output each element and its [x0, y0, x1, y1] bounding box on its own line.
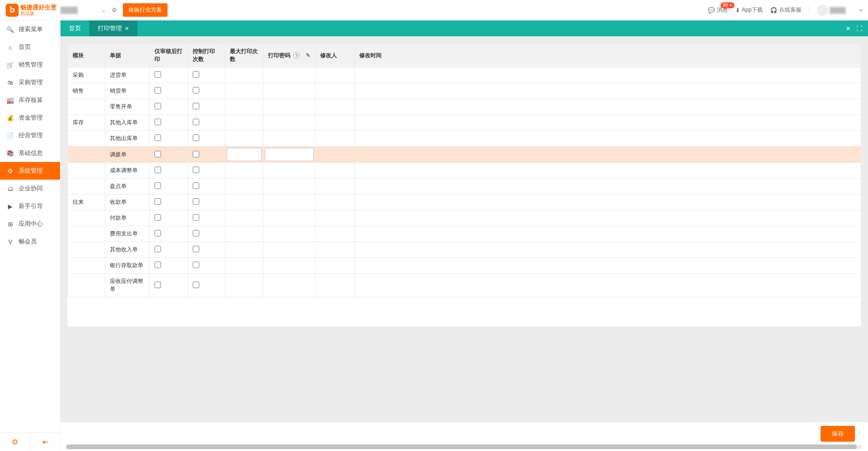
app-download-link[interactable]: ⬇ App下载 [735, 6, 763, 14]
tab-1[interactable]: 打印管理✕ [89, 20, 137, 36]
user-menu[interactable]: ████ ▾ [817, 5, 862, 16]
ctrl-print-checkbox[interactable] [193, 182, 199, 189]
chevron-down-icon[interactable]: ⌄ [101, 7, 106, 13]
cell-max-print [225, 274, 263, 297]
col-doc: 单据 [105, 44, 150, 67]
cell-print-pwd [263, 226, 316, 242]
ctrl-print-checkbox[interactable] [193, 214, 199, 221]
col-max-print: 最大打印次数 [225, 44, 263, 67]
audit-only-checkbox[interactable] [155, 230, 161, 236]
col-modified-time: 修改时间 [355, 44, 861, 67]
ctrl-print-checkbox[interactable] [193, 103, 199, 109]
sidebar-icon: 📄 [7, 132, 14, 139]
ctrl-print-checkbox[interactable] [193, 262, 199, 268]
scrollbar-thumb[interactable] [66, 444, 857, 449]
sidebar-item-11[interactable]: ⊞应用中心 [0, 215, 60, 233]
table-row: 银行存取款单 [68, 258, 861, 274]
sidebar-item-10[interactable]: ▶新手引导 [0, 197, 60, 215]
sidebar-item-12[interactable]: V畅会员 [0, 233, 60, 250]
pencil-icon[interactable]: ✎ [306, 52, 310, 59]
max-print-input[interactable] [227, 148, 262, 161]
audit-only-checkbox[interactable] [155, 87, 161, 94]
audit-only-checkbox[interactable] [155, 135, 161, 141]
sidebar-item-0[interactable]: 🔍搜索菜单 [0, 20, 60, 38]
cell-modified-time [355, 163, 861, 179]
ctrl-print-checkbox[interactable] [193, 71, 199, 78]
sidebar-item-3[interactable]: 🛍采购管理 [0, 74, 60, 91]
sidebar-item-label: 资金管理 [19, 114, 43, 122]
cell-print-pwd [263, 258, 316, 274]
cell-print-pwd [263, 83, 316, 99]
sidebar-settings-button[interactable]: ⚙ [0, 433, 30, 451]
online-support-link[interactable]: 🎧 在线客服 [770, 6, 801, 14]
sidebar-item-6[interactable]: 📄经营管理 [0, 127, 60, 144]
sidebar-item-5[interactable]: 💰资金管理 [0, 109, 60, 127]
sidebar-item-4[interactable]: 🏭库存核算 [0, 91, 60, 109]
cell-modifier [316, 163, 355, 179]
ctrl-print-checkbox[interactable] [193, 282, 199, 288]
audit-only-checkbox[interactable] [155, 71, 161, 78]
sidebar-icon: 🏭 [7, 97, 14, 104]
ctrl-print-checkbox[interactable] [193, 230, 199, 236]
messages-badge: 99 + [720, 2, 734, 8]
tab-0[interactable]: 首页 [61, 20, 89, 36]
messages-link[interactable]: 💬 消息 99 + [708, 6, 728, 14]
sidebar-collapse-button[interactable]: ⇤ [30, 433, 60, 451]
ctrl-print-checkbox[interactable] [193, 198, 199, 205]
fullscreen-icon[interactable]: ⛶ [856, 25, 862, 32]
ctrl-print-checkbox[interactable] [193, 135, 199, 141]
audit-only-checkbox[interactable] [155, 182, 161, 189]
cell-modifier [316, 131, 355, 147]
ctrl-print-checkbox[interactable] [193, 119, 199, 125]
ctrl-print-checkbox[interactable] [193, 87, 199, 94]
sidebar-item-label: 销售管理 [19, 61, 43, 69]
cell-modifier [316, 67, 355, 83]
table-row: 应收应付调整单 [68, 274, 861, 297]
sidebar-icon: ⌂ [7, 44, 14, 51]
audit-only-checkbox[interactable] [155, 198, 161, 205]
sidebar-icon: 📚 [7, 150, 14, 157]
print-pwd-input[interactable] [265, 148, 314, 161]
cell-modified-time [355, 99, 861, 115]
col-ctrl-print: 控制打印次数 [188, 44, 225, 67]
sidebar-item-1[interactable]: ⌂首页 [0, 38, 60, 56]
col-module: 模块 [68, 44, 105, 67]
cell-modified-time [355, 226, 861, 242]
table-row: 库存其他入库单 [68, 115, 861, 131]
sidebar-item-7[interactable]: 📚基础信息 [0, 144, 60, 162]
ctrl-print-checkbox[interactable] [193, 151, 199, 157]
sidebar-item-8[interactable]: ⚙系统管理 [0, 162, 60, 180]
cell-doc: 其他入库单 [105, 115, 150, 131]
audit-only-checkbox[interactable] [155, 151, 161, 157]
cell-module [68, 274, 105, 297]
settings-icon[interactable]: ⚙ [112, 7, 117, 13]
cta-experience-button[interactable]: 体验行业方案 [123, 3, 168, 17]
horizontal-scrollbar[interactable] [66, 444, 862, 449]
sidebar-icon: 🔍 [7, 26, 14, 33]
cell-doc: 银行存取款单 [105, 258, 150, 274]
sidebar-icon: 🛒 [7, 61, 14, 68]
audit-only-checkbox[interactable] [155, 246, 161, 252]
cell-modifier [316, 83, 355, 99]
audit-only-checkbox[interactable] [155, 103, 161, 109]
help-icon[interactable]: ? [293, 52, 300, 59]
audit-only-checkbox[interactable] [155, 167, 161, 173]
table-row: 采购进货单 [68, 67, 861, 83]
ctrl-print-checkbox[interactable] [193, 246, 199, 252]
sidebar-item-label: 采购管理 [19, 78, 43, 87]
table-row: 往来收款单 [68, 195, 861, 210]
sidebar-item-label: 搜索菜单 [19, 25, 43, 34]
audit-only-checkbox[interactable] [155, 119, 161, 125]
sidebar: 🔍搜索菜单⌂首页🛒销售管理🛍采购管理🏭库存核算💰资金管理📄经营管理📚基础信息⚙系… [0, 20, 61, 451]
save-button[interactable]: 保存 [821, 426, 855, 442]
tab-close-all-icon[interactable]: ✕ [846, 25, 851, 32]
audit-only-checkbox[interactable] [155, 262, 161, 268]
sidebar-item-2[interactable]: 🛒销售管理 [0, 56, 60, 74]
chat-icon: 💬 [708, 7, 715, 13]
audit-only-checkbox[interactable] [155, 282, 161, 288]
sidebar-item-9[interactable]: 🗂企业协同 [0, 180, 60, 197]
audit-only-checkbox[interactable] [155, 214, 161, 221]
ctrl-print-checkbox[interactable] [193, 167, 199, 173]
cell-print-pwd [263, 242, 316, 258]
close-icon[interactable]: ✕ [125, 26, 129, 32]
